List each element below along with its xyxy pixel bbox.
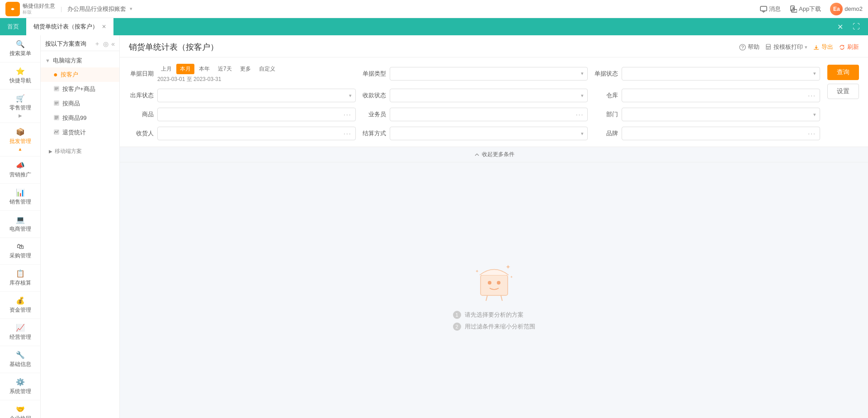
filter-area: 单据日期 上月 本月 本年 近7天 更多 自定义 20 — [120, 57, 868, 147]
doc-status-input[interactable]: ▾ — [622, 67, 820, 81]
coop-icon: 🤝 — [16, 405, 25, 413]
warehouse-field: 仓库 ··· — [593, 89, 820, 102]
basic-icon: 🔧 — [16, 351, 25, 359]
sidebar-item-wholesale[interactable]: 📦 批发管理 ▲ — [0, 123, 40, 157]
dept-label: 部门 — [593, 110, 618, 119]
desktop-section-toggle[interactable]: ▼ 电脑端方案 — [41, 54, 119, 67]
tab-close-window-btn[interactable]: ✕ — [834, 20, 846, 33]
collapse-panel-btn[interactable]: « — [111, 40, 115, 48]
date-tab-custom[interactable]: 自定义 — [255, 64, 279, 74]
print-btn[interactable]: 按模板打印 ▾ — [765, 43, 807, 51]
sidebar-item-system[interactable]: ⚙️ 系统管理 — [0, 373, 40, 400]
refresh-icon — [839, 44, 845, 51]
dept-input[interactable]: ▾ — [622, 108, 820, 121]
sidebar-item-sales[interactable]: 📊 销售管理 — [0, 184, 40, 211]
sidebar-item-retail[interactable]: 🛒 零售管理 ▶ — [0, 90, 40, 123]
empty-tip-2: 2 用过滤条件来缩小分析范围 — [453, 323, 535, 331]
refresh-btn[interactable]: 刷新 — [839, 43, 859, 51]
salesman-field: 业务员 ··· — [361, 108, 588, 121]
date-tab-more[interactable]: 更多 — [236, 64, 255, 74]
receipt-status-input[interactable]: ▾ — [390, 89, 588, 102]
doc-status-label: 单据状态 — [593, 70, 618, 78]
tab-close-icon[interactable]: ✕ — [102, 24, 106, 30]
sidebar-item-finance[interactable]: 💰 资金管理 — [0, 292, 40, 319]
salesman-label: 业务员 — [361, 110, 386, 119]
add-scheme-btn[interactable]: ＋ — [94, 40, 100, 48]
filter-grid: 单据日期 上月 本月 本年 近7天 更多 自定义 20 — [129, 64, 820, 140]
sidebar-item-search-menu[interactable]: 🔍 搜索菜单 — [0, 35, 40, 62]
date-tab-this-month[interactable]: 本月 — [176, 64, 194, 74]
return-stat-icon — [53, 129, 60, 137]
filter-row-4: 收货人 ··· 结算方式 ▾ 品牌 — [129, 127, 820, 140]
dept-field: 部门 ▾ — [593, 108, 820, 121]
query-button[interactable]: 查询 — [827, 65, 859, 80]
warehouse-input[interactable]: ··· — [622, 89, 820, 102]
user-avatar: Ea — [830, 3, 843, 15]
sidebar-item-quick-nav[interactable]: ⭐ 快捷导航 — [0, 62, 40, 90]
date-tab-this-year[interactable]: 本年 — [195, 64, 213, 74]
inventory-icon: 📋 — [16, 269, 25, 278]
filter-row-2: 出库状态 ▾ 收款状态 ▾ 仓库 — [129, 89, 820, 102]
goods-label: 商品 — [129, 110, 154, 119]
user-profile-action[interactable]: Ea demo2 — [830, 3, 863, 15]
svg-text:✦: ✦ — [475, 269, 479, 274]
tree-item-by-goods[interactable]: 按商品 — [41, 96, 119, 111]
help-btn[interactable]: 帮助 — [739, 43, 760, 51]
breadcrumb: 办公用品行业模拟账套 — [67, 5, 126, 13]
edit-scheme-btn[interactable]: ◎ — [103, 40, 108, 48]
collapse-icon — [474, 152, 480, 158]
export-btn[interactable]: 导出 — [813, 43, 833, 51]
sidebar-item-marketing[interactable]: 📣 营销推广 — [0, 157, 40, 184]
receiver-field: 收货人 ··· — [129, 127, 356, 140]
tip-num-2: 2 — [453, 323, 461, 331]
doc-type-input[interactable]: ▾ — [390, 67, 588, 81]
tree-item-by-customer-goods[interactable]: 按客户+商品 — [41, 82, 119, 96]
sidebar-item-basic[interactable]: 🔧 基础信息 — [0, 346, 40, 373]
doc-status-chevron-icon: ▾ — [813, 71, 816, 76]
tab-maximize-btn[interactable]: ⛶ — [850, 20, 863, 33]
salesman-input[interactable]: ··· — [390, 108, 588, 121]
tab-home[interactable]: 首页 — [0, 18, 26, 35]
app-download-action[interactable]: App下载 — [790, 5, 821, 13]
doc-type-field: 单据类型 ▾ — [361, 67, 588, 81]
date-tab-last-month[interactable]: 上月 — [157, 64, 175, 74]
sidebar-item-purchase[interactable]: 🛍 采购管理 — [0, 238, 40, 265]
brand-input[interactable]: ··· — [622, 127, 820, 140]
receiver-input[interactable]: ··· — [157, 127, 356, 140]
payment-label: 结算方式 — [361, 129, 386, 138]
tree-item-return-stat[interactable]: 退货统计 — [41, 125, 119, 140]
date-tab-last7[interactable]: 近7天 — [214, 64, 236, 74]
sidebar-item-coop[interactable]: 🤝 企业协同 — [0, 400, 40, 418]
message-action[interactable]: 消息 — [760, 5, 781, 13]
breadcrumb-dropdown-icon[interactable]: ▾ — [130, 6, 132, 12]
page-header: 销货单统计表（按客户） 帮助 按模板打印 ▾ 导出 刷新 — [120, 35, 868, 57]
svg-line-17 — [486, 295, 487, 301]
by-goods-99-icon — [53, 114, 60, 122]
receipt-status-label: 收款状态 — [361, 91, 386, 100]
goods-input[interactable]: ··· — [157, 108, 356, 121]
tab-bar-actions: ✕ ⛶ — [834, 20, 868, 33]
receiver-label: 收货人 — [129, 129, 154, 138]
sidebar-item-ecom[interactable]: 💻 电商管理 — [0, 211, 40, 238]
app-logo-icon — [5, 2, 20, 16]
sidebar-item-ops[interactable]: 📈 经营管理 — [0, 319, 40, 346]
collapse-bar[interactable]: 收起更多条件 — [120, 147, 868, 162]
page-header-actions: 帮助 按模板打印 ▾ 导出 刷新 — [739, 43, 859, 51]
tab-bar: 首页 销货单统计表（按客户） ✕ ✕ ⛶ — [0, 18, 868, 35]
tree-item-by-goods-99[interactable]: 按商品99 — [41, 111, 119, 125]
receipt-status-field: 收款状态 ▾ — [361, 89, 588, 102]
system-icon: ⚙️ — [16, 378, 25, 386]
mobile-section-toggle[interactable]: ▶ 移动端方案 — [41, 145, 119, 157]
payment-input[interactable]: ▾ — [390, 127, 588, 140]
tree-item-by-customer[interactable]: ● 按客户 — [41, 67, 119, 82]
out-status-input[interactable]: ▾ — [157, 89, 356, 102]
sidebar-item-inventory[interactable]: 📋 库存核算 — [0, 265, 40, 292]
search-menu-icon: 🔍 — [16, 40, 25, 48]
empty-tip-1: 1 请先选择要分析的方案 — [453, 311, 535, 319]
doc-type-label: 单据类型 — [361, 70, 386, 78]
empty-illustration: ✦ ✦ ✦ — [467, 250, 521, 304]
main-layout: 🔍 搜索菜单 ⭐ 快捷导航 🛒 零售管理 ▶ 📦 批发管理 ▲ 📣 营销推广 📊… — [0, 35, 868, 418]
settings-button[interactable]: 设置 — [827, 84, 859, 99]
svg-text:✦: ✦ — [510, 275, 513, 279]
tab-sales-stat[interactable]: 销货单统计表（按客户） ✕ — [26, 18, 113, 35]
